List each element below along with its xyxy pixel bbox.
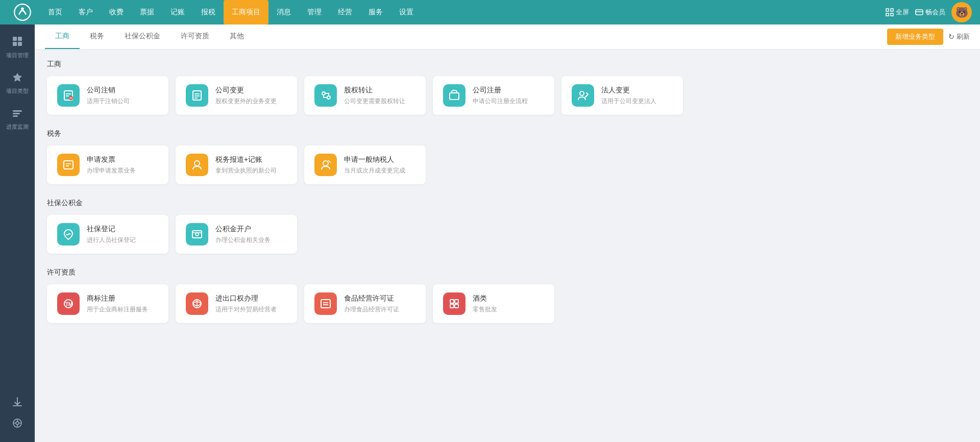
card-desc-company-cancel: 适用于注销公司 xyxy=(87,97,158,106)
card-provident-fund[interactable]: 公积金开户 办理公积金相关业务 xyxy=(176,215,297,254)
card-name-company-register: 公司注册 xyxy=(473,86,544,95)
sidebar-label-progress: 进度监测 xyxy=(6,123,29,131)
tab-business[interactable]: 工商 xyxy=(45,24,80,49)
card-name-social-register: 社保登记 xyxy=(87,225,158,234)
card-icon-equity-transfer xyxy=(314,84,337,107)
card-icon-trademark: TM xyxy=(57,292,80,315)
sidebar-item-progress[interactable]: 进度监测 xyxy=(0,101,35,137)
card-desc-food-license: 办理食品经营许可证 xyxy=(344,305,415,314)
svg-rect-42 xyxy=(192,231,202,238)
card-apply-invoice[interactable]: 申请发票 办理申请发票业务 xyxy=(47,145,168,184)
tab-social-security[interactable]: 社保公积金 xyxy=(114,24,170,49)
logo xyxy=(5,3,40,21)
tab-other[interactable]: 其他 xyxy=(219,24,254,49)
sidebar-item-project-type[interactable]: 项目类型 xyxy=(0,65,35,101)
member-button[interactable]: 畅会员 xyxy=(915,8,945,17)
nav-right: 全屏 畅会员 🐻 xyxy=(886,2,980,22)
card-trademark[interactable]: TM 商标注册 用于企业商标注册服务 xyxy=(47,284,168,323)
card-desc-legal-change: 适用于公司变更法人 xyxy=(601,97,673,106)
card-desc-alcohol: 零售批发 xyxy=(473,305,544,314)
card-import-export[interactable]: 进出口权办理 适用于对外贸易经营者 xyxy=(176,284,297,323)
nav-business[interactable]: 工商项目 xyxy=(224,0,268,24)
nav-operations[interactable]: 经营 xyxy=(330,0,360,24)
scroll-content[interactable]: 工商 公司注销 适用于注销公司 xyxy=(35,50,980,442)
card-company-cancel[interactable]: 公司注销 适用于注销公司 xyxy=(47,76,168,115)
card-food-license[interactable]: 食品经营许可证 办理食品经营许可证 xyxy=(304,284,426,323)
svg-rect-10 xyxy=(13,42,17,46)
tab-tax[interactable]: 税务 xyxy=(80,24,114,49)
card-text-company-change: 公司变更 股权变更外的业务变更 xyxy=(215,86,287,106)
fullscreen-button[interactable]: 全屏 xyxy=(886,8,909,17)
sidebar-item-project-management[interactable]: 项目管理 xyxy=(0,30,35,65)
nav-management[interactable]: 管理 xyxy=(299,0,330,24)
member-label: 畅会员 xyxy=(925,8,945,17)
card-desc-equity-transfer: 公司变更需要股权转让 xyxy=(344,97,415,106)
card-name-company-cancel: 公司注销 xyxy=(87,86,158,95)
svg-rect-2 xyxy=(886,9,889,11)
nav-customer[interactable]: 客户 xyxy=(70,0,101,24)
progress-icon xyxy=(12,107,23,121)
sidebar-support[interactable] xyxy=(0,412,35,434)
add-type-button[interactable]: 新增业务类型 xyxy=(887,29,943,45)
card-name-equity-transfer: 股权转让 xyxy=(344,86,415,95)
svg-rect-9 xyxy=(18,37,22,41)
section-title-license: 许可资质 xyxy=(47,268,968,277)
refresh-icon: ↻ xyxy=(948,33,954,41)
section-license: 许可资质 TM 商标注册 用于企业商标注册服务 xyxy=(47,268,968,323)
card-text-company-register: 公司注册 申请公司注册全流程 xyxy=(473,86,544,106)
card-name-company-change: 公司变更 xyxy=(215,86,287,95)
card-icon-tax-bookkeeping xyxy=(186,154,208,176)
card-text-alcohol: 酒类 零售批发 xyxy=(473,294,544,314)
card-tax-bookkeeping[interactable]: 税务报道+记账 拿到营业执照的新公司 xyxy=(176,145,297,184)
sidebar-download[interactable] xyxy=(0,391,35,412)
card-text-apply-invoice: 申请发票 办理申请发票业务 xyxy=(87,155,158,175)
tabs: 工商 税务 社保公积金 许可资质 其他 xyxy=(45,24,254,49)
card-icon-company-change xyxy=(186,84,208,107)
section-title-tax: 税务 xyxy=(47,129,968,138)
tab-license[interactable]: 许可资质 xyxy=(170,24,219,49)
card-desc-tax-bookkeeping: 拿到营业执照的新公司 xyxy=(215,166,287,175)
card-desc-company-register: 申请公司注册全流程 xyxy=(473,97,544,106)
sidebar-label-project: 项目管理 xyxy=(6,52,29,59)
sidebar-bottom xyxy=(0,391,35,442)
nav-tax-report[interactable]: 报税 xyxy=(193,0,224,24)
svg-rect-5 xyxy=(891,13,893,16)
project-type-icon xyxy=(12,71,23,85)
cards-grid-tax: 申请发票 办理申请发票业务 税务报道+记账 拿到营业执照的新公司 xyxy=(47,145,968,184)
svg-point-1 xyxy=(21,7,24,10)
svg-point-43 xyxy=(195,233,199,236)
card-text-company-cancel: 公司注销 适用于注销公司 xyxy=(87,86,158,106)
card-icon-social-register xyxy=(57,223,80,245)
mascot-avatar: 🐻 xyxy=(951,2,972,22)
nav-home[interactable]: 首页 xyxy=(40,0,70,24)
card-desc-company-change: 股权变更外的业务变更 xyxy=(215,97,287,106)
card-social-register[interactable]: 社保登记 进行人员社保登记 xyxy=(47,215,168,254)
card-legal-change[interactable]: 法人变更 适用于公司变更法人 xyxy=(561,76,683,115)
top-navigation: 首页 客户 收费 票据 记账 报税 工商项目 消息 管理 经营 服务 设置 全屏… xyxy=(0,0,980,24)
card-apply-general-taxpayer[interactable]: 申请一般纳税人 当月或次月成变更完成 xyxy=(304,145,426,184)
card-company-change[interactable]: 公司变更 股权变更外的业务变更 xyxy=(176,76,297,115)
card-alcohol[interactable]: 酒类 零售批发 xyxy=(433,284,554,323)
cards-grid-business: 公司注销 适用于注销公司 公司变更 股权变更外的业务变更 xyxy=(47,76,968,115)
nav-messages[interactable]: 消息 xyxy=(268,0,299,24)
sidebar-label-type: 项目类型 xyxy=(6,87,29,95)
cards-grid-social: 社保登记 进行人员社保登记 公积金开户 办理公积金相关业务 xyxy=(47,215,968,254)
svg-rect-34 xyxy=(450,93,459,100)
nav-services[interactable]: 服务 xyxy=(360,0,391,24)
svg-rect-11 xyxy=(18,42,22,46)
nav-bills[interactable]: 票据 xyxy=(132,0,162,24)
card-desc-general-taxpayer: 当月或次月成变更完成 xyxy=(344,166,415,175)
card-text-legal-change: 法人变更 适用于公司变更法人 xyxy=(601,86,673,106)
svg-rect-55 xyxy=(455,304,458,308)
card-equity-transfer[interactable]: 股权转让 公司变更需要股权转让 xyxy=(304,76,426,115)
card-company-register[interactable]: 公司注册 申请公司注册全流程 xyxy=(433,76,554,115)
card-name-alcohol: 酒类 xyxy=(473,294,544,303)
card-text-general-taxpayer: 申请一般纳税人 当月或次月成变更完成 xyxy=(344,155,415,175)
refresh-button[interactable]: ↻ 刷新 xyxy=(948,32,970,41)
card-name-tax-bookkeeping: 税务报道+记账 xyxy=(215,155,287,164)
section-title-business: 工商 xyxy=(47,60,968,69)
svg-rect-49 xyxy=(321,300,330,308)
nav-fees[interactable]: 收费 xyxy=(101,0,132,24)
nav-settings[interactable]: 设置 xyxy=(391,0,422,24)
nav-bookkeeping[interactable]: 记账 xyxy=(162,0,193,24)
